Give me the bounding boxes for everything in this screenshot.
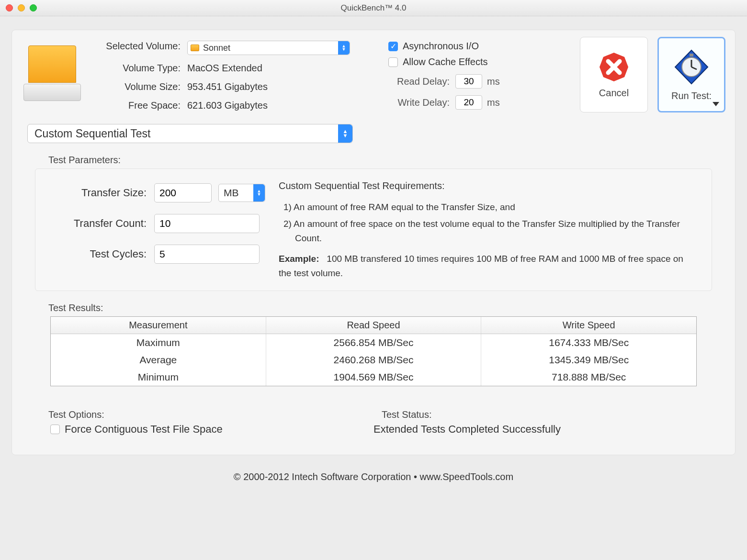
cancel-button[interactable]: Cancel (580, 37, 648, 112)
checkmark-icon: ✓ (388, 42, 398, 51)
requirement-1: 1) An amount of free RAM equal to the Tr… (283, 200, 698, 214)
stopwatch-icon (673, 48, 710, 86)
footer-text: © 2000-2012 Intech Software Corporation … (11, 471, 736, 492)
volume-size-value: 953.451 Gigabytes (187, 81, 355, 92)
selected-volume-value: Sonnet (203, 43, 230, 53)
checkbox-icon (388, 57, 398, 67)
test-results-label: Test Results: (48, 302, 725, 314)
read-delay-unit: ms (487, 76, 500, 87)
results-table: Measurement Read Speed Write Speed Maxim… (50, 316, 697, 386)
transfer-count-input[interactable] (154, 214, 260, 233)
main-panel: Selected Volume: Sonnet ▲▼ Volume Type: … (11, 30, 736, 455)
run-test-button-label: Run Test: (671, 90, 712, 101)
dropdown-triangle-icon (713, 102, 719, 106)
cancel-button-label: Cancel (599, 88, 629, 99)
drive-icon (23, 44, 81, 101)
allow-cache-label: Allow Cache Effects (403, 56, 488, 67)
volume-icon (191, 45, 199, 51)
col-write-speed: Write Speed (481, 317, 696, 334)
run-test-button[interactable]: Run Test: (657, 37, 725, 112)
volume-type-label: Volume Type: (91, 63, 187, 74)
test-type-dropdown[interactable]: Custom Sequential Test ▲▼ (27, 124, 353, 143)
free-space-value: 621.603 Gigabytes (187, 100, 355, 111)
col-measurement: Measurement (51, 317, 266, 334)
write-delay-label: Write Delay: (388, 97, 455, 108)
force-contiguous-checkbox[interactable]: Force Contiguous Test File Space (50, 423, 374, 436)
force-contiguous-label: Force Contiguous Test File Space (65, 423, 223, 436)
test-options-label: Test Options: (48, 409, 355, 420)
transfer-count-label: Transfer Count: (49, 217, 154, 230)
selected-volume-dropdown[interactable]: Sonnet ▲▼ (187, 41, 350, 55)
allow-cache-checkbox[interactable]: Allow Cache Effects (388, 56, 500, 67)
write-delay-unit: ms (487, 97, 500, 108)
async-io-label: Asynchronous I/O (403, 41, 479, 52)
test-parameters-panel: Transfer Size: MB ▲▼ Transfer Count: Tes… (35, 168, 712, 291)
test-cycles-label: Test Cycles: (49, 248, 154, 260)
async-io-checkbox[interactable]: ✓ Asynchronous I/O (388, 41, 500, 52)
col-read-speed: Read Speed (266, 317, 482, 334)
table-row: Minimum 1904.569 MB/Sec 718.888 MB/Sec (51, 369, 696, 386)
test-cycles-input[interactable] (154, 245, 260, 264)
test-status-value: Extended Tests Completed Successfully (374, 423, 697, 436)
write-delay-input[interactable] (455, 95, 482, 110)
volume-type-value: MacOS Extended (187, 63, 355, 74)
transfer-size-unit-dropdown[interactable]: MB ▲▼ (218, 184, 265, 202)
example-label: Example: (279, 254, 319, 264)
transfer-size-unit-value: MB (224, 187, 239, 199)
test-type-value: Custom Sequential Test (34, 127, 151, 140)
checkbox-icon (50, 425, 60, 434)
chevron-updown-icon: ▲▼ (338, 124, 352, 143)
table-row: Maximum 2566.854 MB/Sec 1674.333 MB/Sec (51, 334, 696, 351)
app-window: QuickBench™ 4.0 Selected Volume: Sonnet … (0, 0, 747, 560)
free-space-label: Free Space: (91, 100, 187, 111)
chevron-updown-icon: ▲▼ (253, 184, 265, 202)
selected-volume-label: Selected Volume: (91, 41, 187, 55)
read-delay-input[interactable] (455, 74, 482, 89)
chevron-updown-icon: ▲▼ (338, 41, 350, 55)
read-delay-label: Read Delay: (388, 76, 455, 87)
window-title: QuickBench™ 4.0 (0, 3, 747, 13)
svg-rect-3 (690, 54, 693, 56)
requirement-2: 2) An amount of free space on the test v… (283, 217, 698, 245)
transfer-size-label: Transfer Size: (49, 187, 154, 199)
table-row: Average 2460.268 MB/Sec 1345.349 MB/Sec (51, 351, 696, 369)
titlebar: QuickBench™ 4.0 (0, 0, 747, 16)
requirements-heading: Custom Sequential Test Requirements: (279, 179, 698, 193)
volume-size-label: Volume Size: (91, 81, 187, 92)
test-parameters-label: Test Parameters: (48, 155, 725, 166)
example-text: 100 MB transfered 10 times requires 100 … (279, 254, 683, 278)
test-status-label: Test Status: (382, 409, 432, 420)
cancel-icon (598, 51, 630, 83)
transfer-size-input[interactable] (154, 183, 212, 202)
